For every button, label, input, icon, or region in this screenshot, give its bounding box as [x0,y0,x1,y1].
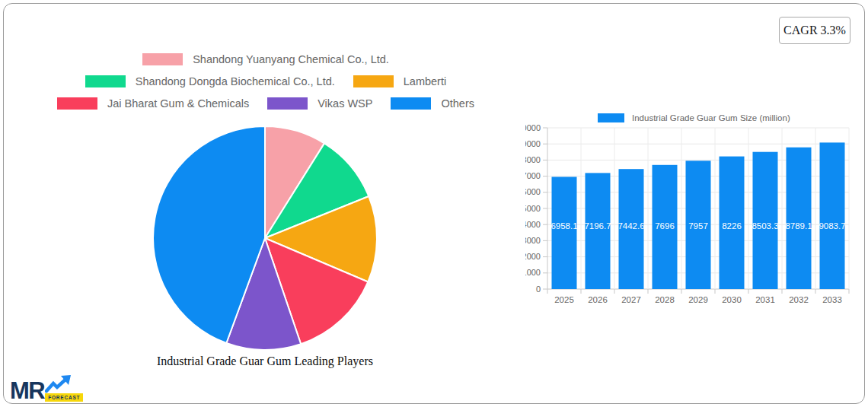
logo-mr-text: MR [10,380,44,402]
legend-swatch [85,75,126,87]
pie-chart[interactable] [151,124,379,352]
legend-label: Lamberti [404,75,446,87]
y-axis-label: 1000 [525,268,541,277]
legend-row: Shandong Yuanyang Chemical Co., Ltd. [0,53,531,65]
y-axis-label: 2000 [525,252,541,261]
x-axis-label: 2032 [789,295,809,304]
trend-arrow-icon [45,375,72,393]
y-axis-label: 8000 [525,155,541,164]
logo-forecast-text: FORECAST [45,393,83,402]
bar-value-label: 8226 [722,221,742,231]
legend-item[interactable]: Vikas WSP [267,97,372,110]
y-axis-label: 3000 [525,236,541,245]
y-axis-label: 9000 [525,139,541,148]
legend-swatch [142,53,183,65]
pie-legend: Shandong Yuanyang Chemical Co., Ltd.Shan… [0,53,531,119]
x-axis-label: 2033 [822,295,842,304]
bar-value-label: 6958.1 [550,221,577,231]
bar-value-label: 7696 [655,221,675,231]
bar[interactable] [753,152,778,289]
bar-svg[interactable]: Industrial Grade Guar Gum Size (million)… [525,108,868,313]
bar-value-label: 9083.7 [819,221,845,231]
legend-label: Jai Bharat Gum & Chemicals [107,97,249,110]
brand-logo: MR FORECAST [10,375,83,402]
cagr-badge: CAGR 3.3% [779,17,850,44]
legend-item[interactable]: Shandong Yuanyang Chemical Co., Ltd. [142,53,389,65]
bar-value-label: 7442.6 [617,221,644,231]
legend-item[interactable]: Others [391,97,474,110]
bar[interactable] [820,142,845,289]
bar-value-label: 8789.1 [785,221,812,231]
legend-item[interactable]: Shandong Dongda Biochemical Co., Ltd. [85,75,335,87]
bar-value-label: 7957 [688,221,708,231]
bar[interactable] [787,148,812,289]
x-axis-label: 2025 [554,295,574,304]
legend-swatch [391,97,431,110]
y-axis-label: 10000 [525,123,541,132]
cagr-label: CAGR 3.3% [783,24,846,37]
x-axis-label: 2027 [621,295,641,304]
x-axis-label: 2026 [588,295,608,304]
y-axis-label: 4000 [525,220,541,229]
x-axis-label: 2029 [688,295,708,304]
pie-title: Industrial Grade Guar Gum Leading Player… [75,355,455,368]
bar[interactable] [586,173,611,289]
legend-item[interactable]: Lamberti [353,75,446,87]
legend-label: Shandong Yuanyang Chemical Co., Ltd. [193,53,389,65]
y-axis-label: 6000 [525,187,541,196]
x-axis-label: 2028 [655,295,675,304]
legend-swatch [353,75,394,87]
report-canvas: CAGR 3.3% Shandong Yuanyang Chemical Co.… [0,0,868,407]
pie-svg[interactable] [151,124,379,352]
x-axis-label: 2031 [755,295,775,304]
legend-label: Shandong Dongda Biochemical Co., Ltd. [136,75,335,87]
legend-swatch [267,97,308,110]
bar-legend-label[interactable]: Industrial Grade Guar Gum Size (million) [632,113,790,122]
bar-value-label: 8503.3 [752,221,778,231]
bar-chart[interactable]: Industrial Grade Guar Gum Size (million)… [525,108,868,313]
y-axis-label: 0 [536,285,541,294]
legend-label: Vikas WSP [318,97,372,110]
y-axis-label: 7000 [525,171,541,180]
legend-swatch [57,97,97,110]
legend-row: Jai Bharat Gum & ChemicalsVikas WSPOther… [0,97,531,110]
y-axis-label: 5000 [525,204,541,213]
legend-row: Shandong Dongda Biochemical Co., Ltd.Lam… [0,75,531,87]
bar-value-label: 7196.7 [584,221,611,231]
legend-label: Others [441,97,474,110]
bar[interactable] [552,177,577,290]
legend-item[interactable]: Jai Bharat Gum & Chemicals [57,97,249,110]
x-axis-label: 2030 [722,295,742,304]
bar-legend-swatch[interactable] [598,113,624,122]
